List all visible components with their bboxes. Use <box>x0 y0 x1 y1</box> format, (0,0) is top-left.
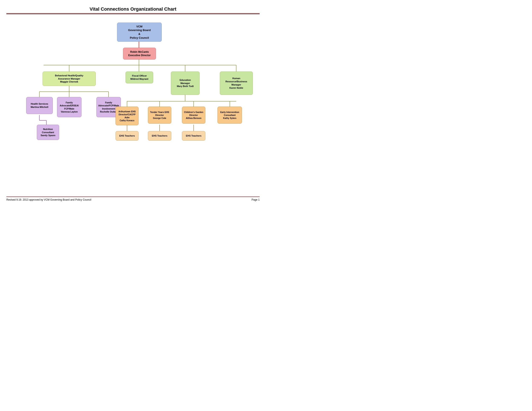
family-advocate1-node: Family Advocate/ERSEA/ FCP/Male Vanessa … <box>57 97 82 117</box>
ehs-teachers3-label: EHS Teachers <box>186 134 201 137</box>
footer-right: Page 1 <box>252 198 260 201</box>
fiscal-label: Fiscal Officer Mildred Mayrant <box>131 74 148 81</box>
tender-years-node: Tender Years EHS Director George Cole <box>148 107 171 124</box>
arthurtown-node: Arthurtown EHS Director/CACFP Adm Cathy … <box>115 107 139 125</box>
page: Vital Connections Organizational Chart <box>0 0 266 206</box>
human-resource-node: Human Resource/Business Manager Karen No… <box>220 72 253 95</box>
footer-left: Revised 9.19. 2013 approved by VCM Gover… <box>6 198 91 201</box>
nutrition-node: Nutrition Consultant Sandy Spann <box>37 125 59 140</box>
childrens-garden-label: Children's Garden Director Althea Benson <box>184 111 203 120</box>
robin-label: Robin McCants Executive Director <box>128 50 151 57</box>
tender-years-label: Tender Years EHS Director George Cole <box>150 111 169 120</box>
behavioral-node: Behavioral Health/Quality Assurance Mana… <box>43 72 96 86</box>
family-advocate1-label: Family Advocate/ERSEA/ FCP/Male Vanessa … <box>60 101 79 113</box>
childrens-garden-node: Children's Garden Director Althea Benson <box>182 107 205 124</box>
health-services-node: Health Services Martina Mitchell <box>26 97 53 114</box>
vcm-board-label: VCM Governing Board & Policy Council <box>128 25 151 40</box>
ehs-teachers1-label: EHS Teachers <box>119 134 135 137</box>
health-services-label: Health Services Martina Mitchell <box>31 102 48 109</box>
early-intervention-node: Early Intervention Consultant Kathy Syke… <box>218 107 242 124</box>
human-resource-label: Human Resource/Business Manager Karen No… <box>225 77 247 89</box>
header-line-top <box>6 13 260 14</box>
ehs-teachers1-node: EHS Teachers <box>115 131 139 141</box>
nutrition-label: Nutrition Consultant Sandy Spann <box>41 128 56 137</box>
education-node: Education Manager Mary Beth Todt <box>171 72 200 95</box>
org-chart: VCM Governing Board & Policy Council Rob… <box>6 18 260 180</box>
ehs-teachers2-node: EHS Teachers <box>148 131 171 141</box>
behavioral-label: Behavioral Health/Quality Assurance Mana… <box>55 74 83 84</box>
vcm-board-node: VCM Governing Board & Policy Council <box>117 23 162 42</box>
fiscal-node: Fiscal Officer Mildred Mayrant <box>125 72 153 83</box>
ehs-teachers2-label: EHS Teachers <box>152 134 167 137</box>
arthurtown-label: Arthurtown EHS Director/CACFP Adm Cathy … <box>118 110 135 122</box>
ehs-teachers3-node: EHS Teachers <box>182 131 205 141</box>
early-intervention-label: Early Intervention Consultant Kathy Syke… <box>220 111 239 120</box>
robin-node: Robin McCants Executive Director <box>123 48 156 60</box>
footer: Revised 9.19. 2013 approved by VCM Gover… <box>6 196 260 201</box>
page-title: Vital Connections Organizational Chart <box>6 4 260 13</box>
education-label: Education Manager Mary Beth Todt <box>177 78 194 88</box>
